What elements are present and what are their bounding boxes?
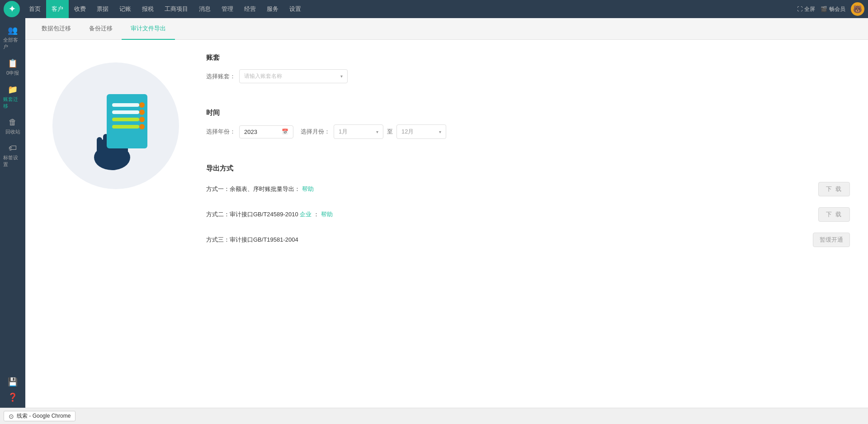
sidebar-item-tag-settings[interactable]: 🏷 标签设置: [1, 140, 24, 172]
left-sidebar: 👥 全部客户 📋 0申报 📁 账套迁移 🗑 回收站 🏷 标签设置 💾 ❓: [0, 18, 25, 408]
year-value: 2023: [244, 129, 257, 135]
nav-tax[interactable]: 报税: [137, 0, 159, 18]
sidebar-label-account-migrate: 账套迁移: [3, 96, 22, 110]
tab-data-migration[interactable]: 数据包迁移: [33, 18, 80, 40]
nav-items: 首页 客户 收费 票据 记账 报税 工商项目 消息 管理 经营 服务 设置: [24, 0, 797, 18]
sidebar-label-tag-settings: 标签设置: [3, 154, 22, 168]
export-method-2-highlight: 企业: [300, 211, 311, 218]
logo-icon: ✦: [4, 1, 20, 17]
account-section-title: 账套: [206, 53, 850, 62]
chevron-down-icon-month-to: ▾: [439, 129, 441, 134]
nav-settings[interactable]: 设置: [284, 0, 307, 18]
sidebar-item-zero-declare[interactable]: 📋 0申报: [1, 55, 24, 80]
export-method-2: 方式二：审计接口GB/T24589-2010 企业 ： 帮助 下 载: [206, 207, 850, 222]
sidebar-item-recycle[interactable]: 🗑 回收站: [1, 114, 24, 139]
sidebar-label-recycle: 回收站: [5, 129, 20, 135]
export-method-3-label: 方式三：审计接口GB/T19581-2004: [206, 236, 806, 244]
time-select-row: 选择年份： 2023 📅 选择月份： 1月 ▾ 至 12月 ▾: [206, 124, 850, 139]
tag-icon: 🏷: [9, 143, 17, 153]
account-select-label: 选择账套：: [206, 72, 236, 81]
zero-declare-icon: 📋: [8, 58, 18, 68]
account-select-row: 选择账套： 请输入账套名称 ▾: [206, 69, 850, 83]
member-icon: 🎬: [821, 6, 827, 12]
month-to-select[interactable]: 12月 ▾: [396, 124, 446, 139]
member-button[interactable]: 🎬 畅会员: [821, 5, 845, 13]
avatar[interactable]: 🐻: [851, 2, 864, 16]
export-method-2-help[interactable]: 帮助: [321, 211, 333, 218]
sidebar-label-all-customers: 全部客户: [3, 37, 22, 50]
svg-rect-9: [112, 118, 139, 121]
chevron-down-icon-month: ▾: [376, 129, 378, 134]
calendar-icon: 📅: [282, 129, 288, 135]
nav-business[interactable]: 工商项目: [159, 0, 193, 18]
sidebar-item-all-customers[interactable]: 👥 全部客户: [1, 22, 24, 54]
export-method-1-label: 方式一：余额表、序时账批量导出： 帮助: [206, 185, 811, 193]
nav-fee[interactable]: 收费: [69, 0, 91, 18]
top-navigation: ✦ 首页 客户 收费 票据 记账 报税 工商项目 消息 管理 经营 服务 设置 …: [0, 0, 868, 18]
to-text: 至: [387, 128, 393, 136]
export-method-3: 方式三：审计接口GB/T19581-2004 暂缓开通: [206, 233, 850, 247]
month-select-label: 选择月份：: [301, 128, 330, 136]
export-methods: 方式一：余额表、序时账批量导出： 帮助 下 载 方式二：审计接口GB/T2458…: [206, 182, 850, 247]
export-method-3-text: 方式三：审计接口GB/T19581-2004: [206, 236, 298, 243]
nav-message[interactable]: 消息: [193, 0, 216, 18]
nav-service[interactable]: 服务: [261, 0, 284, 18]
export-method-2-colon: ：: [313, 211, 319, 218]
chrome-icon: ⊙: [9, 413, 14, 420]
member-label: 畅会员: [829, 5, 845, 13]
svg-rect-10: [112, 125, 139, 129]
sidebar-item-account-migrate[interactable]: 📁 账套迁移: [1, 81, 24, 113]
form-area: 账套 选择账套： 请输入账套名称 ▾ 时间 选择年份： 2023 📅: [188, 53, 850, 394]
svg-point-11: [139, 102, 145, 108]
svg-point-13: [139, 117, 145, 122]
sidebar-bottom-icon2[interactable]: ❓: [8, 392, 18, 402]
nav-invoice[interactable]: 票据: [91, 0, 114, 18]
chevron-down-icon: ▾: [340, 74, 343, 79]
nav-customer[interactable]: 客户: [46, 0, 69, 18]
account-migrate-icon: 📁: [8, 85, 18, 95]
main-layout: 👥 全部客户 📋 0申报 📁 账套迁移 🗑 回收站 🏷 标签设置 💾 ❓ 数据包…: [0, 18, 868, 408]
nav-right: ⛶ 全屏 🎬 畅会员 🐻: [797, 2, 864, 16]
sidebar-label-zero-declare: 0申报: [6, 70, 19, 76]
nav-manage[interactable]: 管理: [216, 0, 239, 18]
content-area: 数据包迁移 备份迁移 审计文件导出: [25, 18, 868, 408]
tab-audit-export[interactable]: 审计文件导出: [122, 18, 175, 40]
nav-operation[interactable]: 经营: [239, 0, 261, 18]
document-illustration: [80, 81, 152, 171]
svg-rect-7: [112, 103, 139, 107]
nav-home[interactable]: 首页: [24, 0, 46, 18]
export-method-2-text: 方式二：审计接口GB/T24589-2010: [206, 211, 298, 218]
svg-point-12: [139, 110, 145, 115]
nav-bookkeeping[interactable]: 记账: [114, 0, 137, 18]
year-input[interactable]: 2023 📅: [239, 125, 293, 138]
tab-backup-migration[interactable]: 备份迁移: [80, 18, 122, 40]
taskbar-item-label: 线索 - Google Chrome: [17, 412, 71, 420]
taskbar-chrome-item[interactable]: ⊙ 线索 - Google Chrome: [4, 411, 75, 421]
recycle-icon: 🗑: [9, 118, 17, 127]
illustration-area: [43, 53, 188, 394]
fullscreen-label: 全屏: [804, 5, 815, 13]
month-from-select[interactable]: 1月 ▾: [334, 124, 383, 139]
illustration-circle: [52, 62, 179, 189]
export-method-1-download-button[interactable]: 下 载: [818, 182, 850, 196]
taskbar: ⊙ 线索 - Google Chrome: [0, 408, 868, 424]
sidebar-bottom: 💾 ❓: [8, 377, 18, 408]
account-select[interactable]: 请输入账套名称 ▾: [239, 69, 348, 83]
tab-bar: 数据包迁移 备份迁移 审计文件导出: [25, 18, 868, 40]
year-select-label: 选择年份：: [206, 128, 236, 136]
all-customers-icon: 👥: [8, 25, 18, 35]
svg-point-14: [139, 124, 145, 129]
month-from-value: 1月: [339, 128, 348, 136]
fullscreen-icon: ⛶: [797, 6, 802, 12]
svg-rect-8: [112, 110, 139, 114]
export-method-1-text: 方式一：余额表、序时账批量导出：: [206, 186, 300, 192]
month-to-value: 12月: [401, 128, 414, 136]
export-method-2-download-button[interactable]: 下 载: [818, 207, 850, 222]
sidebar-bottom-icon1[interactable]: 💾: [8, 377, 18, 387]
export-section-title: 导出方式: [206, 164, 850, 173]
fullscreen-button[interactable]: ⛶ 全屏: [797, 5, 815, 13]
export-method-1-help[interactable]: 帮助: [302, 186, 314, 192]
account-select-placeholder: 请输入账套名称: [244, 72, 282, 80]
export-method-3-coming-soon-button[interactable]: 暂缓开通: [813, 233, 850, 247]
svg-rect-2: [97, 137, 102, 153]
